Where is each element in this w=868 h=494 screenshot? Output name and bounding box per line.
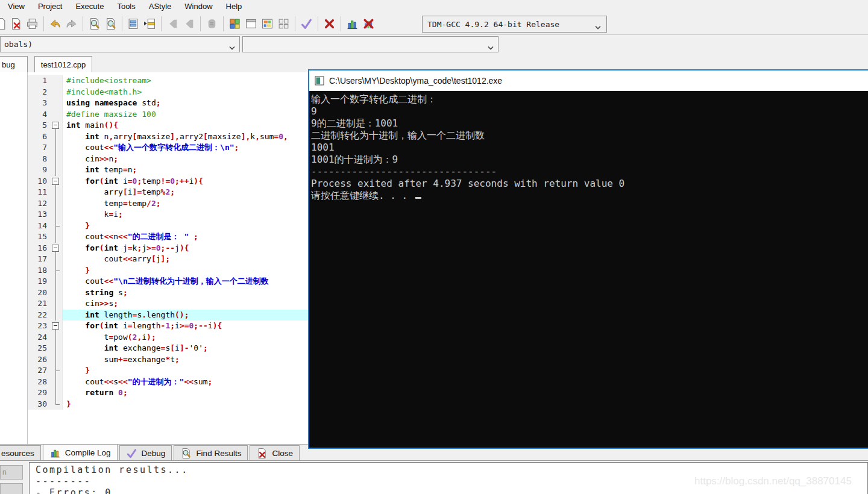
grid-icon[interactable]: [275, 16, 292, 33]
bottom-tab-label: Close: [272, 449, 293, 458]
member-combo[interactable]: [242, 36, 498, 52]
new-file-icon[interactable]: [0, 16, 8, 33]
toolbar-separator: [200, 16, 201, 31]
goto-line-icon[interactable]: [125, 16, 142, 33]
find-icon[interactable]: [86, 16, 102, 33]
window-icon[interactable]: [243, 16, 259, 33]
console-line: 二进制转化为十进制，输入一个二进制数: [311, 130, 868, 142]
line-number: 13: [28, 209, 49, 220]
redo-icon[interactable]: [63, 16, 80, 33]
file-tab[interactable]: test1012.cpp: [34, 56, 92, 72]
menu-item-execute[interactable]: Execute: [69, 0, 110, 13]
project-options-icon[interactable]: [259, 16, 275, 33]
log-side-button[interactable]: n: [0, 465, 23, 480]
replace-icon[interactable]: [102, 16, 119, 33]
fold-margin: [49, 377, 63, 388]
fold-margin: [49, 298, 63, 310]
menu-item-tools[interactable]: Tools: [110, 0, 142, 13]
check-icon: [126, 448, 137, 459]
class-browser-row: obals): [0, 35, 868, 54]
console-line: 9的二进制是：1001: [311, 117, 868, 130]
fold-margin: [49, 131, 63, 143]
line-number: 15: [28, 231, 49, 243]
file-tab-label: test1012.cpp: [41, 60, 86, 69]
bottom-tab-esources[interactable]: esources: [0, 445, 41, 460]
class-combo[interactable]: obals): [0, 36, 240, 52]
menu-item-view[interactable]: View: [1, 0, 31, 13]
project-browser-panel[interactable]: [0, 72, 28, 444]
toolbar-separator: [318, 16, 318, 31]
fold-toggle-icon[interactable]: [49, 320, 63, 332]
line-number: 20: [28, 287, 49, 299]
console-cursor: [415, 197, 421, 199]
remove-icon[interactable]: [321, 16, 338, 33]
log-side-button-2[interactable]: [0, 483, 23, 494]
fold-margin: [49, 254, 63, 265]
menu-item-window[interactable]: Window: [178, 0, 219, 13]
bottom-tab-close[interactable]: Close: [250, 445, 300, 460]
undo-icon[interactable]: [47, 16, 63, 33]
line-number: 24: [28, 332, 49, 343]
toolbar-separator: [83, 16, 83, 31]
compile-log-line: - Errors: 0: [36, 487, 861, 494]
fold-margin: [49, 276, 63, 287]
compiler-select[interactable]: TDM-GCC 4.9.2 64-bit Release: [422, 16, 607, 33]
fold-margin: [49, 310, 63, 321]
line-number: 21: [28, 298, 49, 310]
profile-icon[interactable]: [344, 16, 360, 33]
check-icon[interactable]: [298, 16, 315, 33]
class-combo-value: obals): [4, 40, 228, 49]
line-number: 5: [28, 120, 49, 131]
console-line: Process exited after 4.937 seconds with …: [311, 178, 868, 190]
fold-collapse-icon[interactable]: [52, 245, 59, 252]
bottom-tab-label: Debug: [142, 449, 166, 458]
find-icon: [180, 448, 192, 459]
fold-toggle-icon[interactable]: [49, 243, 63, 254]
insert-icon[interactable]: [142, 16, 158, 33]
bottom-tab-find-results[interactable]: Find Results: [174, 445, 248, 460]
fold-collapse-icon[interactable]: [52, 322, 59, 330]
line-number: 4: [28, 109, 49, 120]
line-number: 16: [28, 243, 49, 254]
toolbar-separator: [341, 16, 341, 31]
line-number: 11: [28, 187, 49, 198]
menu-item-astyle[interactable]: AStyle: [142, 0, 178, 13]
console-line: 9: [311, 105, 868, 117]
fold-margin: [49, 343, 63, 354]
project-icon[interactable]: [227, 16, 243, 33]
line-number: 12: [28, 198, 49, 210]
chevron-down-icon: [487, 42, 494, 47]
fold-collapse-icon[interactable]: [52, 178, 59, 185]
close-file-icon[interactable]: [8, 16, 24, 33]
log-side-button-label: n: [2, 468, 7, 477]
bottom-tab-debug[interactable]: Debug: [119, 445, 172, 460]
console-window[interactable]: C:\Users\MY\Desktop\yma_code\test1012.ex…: [308, 69, 868, 449]
bottom-tab-compile-log[interactable]: Compile Log: [43, 444, 118, 460]
line-number: 22: [28, 310, 49, 321]
fold-margin: [49, 265, 63, 277]
fold-margin: [49, 209, 63, 220]
chevron-down-icon: [594, 22, 602, 27]
abort-icon: [204, 16, 220, 33]
bottom-tab-label: Find Results: [196, 449, 241, 458]
fold-toggle-icon[interactable]: [49, 176, 63, 187]
print-icon[interactable]: [24, 16, 40, 33]
console-app-icon: [315, 76, 324, 86]
console-line: --------------------------------: [311, 166, 868, 178]
fold-toggle-icon[interactable]: [49, 120, 63, 131]
line-number: 9: [28, 164, 49, 176]
left-panel-tab-debug[interactable]: bug: [0, 56, 28, 72]
menu-item-help[interactable]: Help: [219, 0, 249, 13]
fold-margin: [49, 187, 63, 198]
console-line: 1001的十进制为：9: [311, 154, 868, 166]
fold-margin: [49, 75, 63, 87]
toolbar-separator: [161, 16, 162, 31]
profile-delete-icon[interactable]: [360, 16, 377, 33]
fold-collapse-icon[interactable]: [52, 122, 59, 129]
fold-margin: [49, 387, 63, 399]
line-number: 1: [28, 75, 49, 87]
line-number: 6: [28, 131, 49, 143]
console-titlebar[interactable]: C:\Users\MY\Desktop\yma_code\test1012.ex…: [309, 70, 868, 91]
console-output[interactable]: 输入一个数字转化成二进制：99的二进制是：1001二进制转化为十进制，输入一个二…: [309, 91, 868, 448]
menu-item-project[interactable]: Project: [31, 0, 69, 13]
